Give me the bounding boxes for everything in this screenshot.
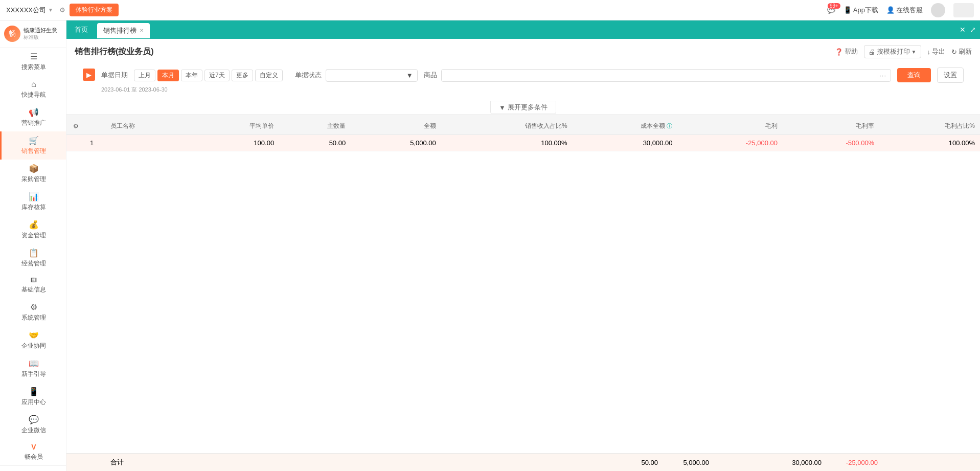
filter-toggle-icon[interactable]: ▶	[83, 69, 95, 81]
table-col-cost-amount: 成本全额 ⓘ	[573, 118, 678, 135]
goods-select-dots: ···	[879, 72, 886, 79]
expand-conditions-button[interactable]: ▼ 展开更多条件	[490, 101, 556, 114]
table-col-settings[interactable]: ⚙	[66, 118, 85, 135]
sidebar-logo: 畅 畅康通好生意 标准版	[0, 20, 66, 48]
export-button[interactable]: ↓ 导出	[927, 47, 946, 56]
tab-sales-ranking[interactable]: 销售排行榜 ✕	[97, 23, 150, 38]
help-button[interactable]: ❓ 帮助	[835, 47, 858, 56]
status-filter-group: 单据状态 ▼	[295, 69, 418, 82]
date-btn-7days[interactable]: 近7天	[204, 70, 230, 81]
sidebar-label-quicknav: 快捷导航	[21, 91, 46, 99]
top-gear-icon[interactable]: ⚙	[59, 6, 65, 14]
sidebar-item-marketing[interactable]: 📢 营销推广	[0, 103, 66, 131]
home-icon: ⌂	[31, 80, 36, 89]
user-avatar[interactable]	[931, 3, 945, 17]
sidebar-item-basic-info[interactable]: EI 基础信息	[0, 272, 66, 298]
sidebar-item-app-center[interactable]: 📱 应用中心	[0, 383, 66, 411]
table-row: 1 100.00 50.00 5,000.00 100.00% 30,000.0…	[66, 135, 980, 151]
filter-expand-row: ▼ 展开更多条件	[83, 101, 964, 114]
sidebar-item-inventory[interactable]: 📊 库存核算	[0, 188, 66, 216]
trial-button[interactable]: 体验行业方案	[70, 4, 119, 16]
footer-gross-profit: -25,000.00	[822, 459, 878, 466]
message-badge: 99+	[828, 3, 840, 9]
sidebar-item-search-order[interactable]: ☰ 搜索菜单	[0, 48, 66, 76]
date-filter-label: 单据日期	[101, 71, 128, 80]
vip-icon: V	[31, 443, 36, 451]
sidebar-item-vip[interactable]: V 畅会员	[0, 439, 66, 465]
print-button[interactable]: 🖨 按模板打印 ▼	[864, 45, 921, 58]
help-icon: ❓	[835, 48, 843, 56]
page-title-row: 销售排行榜(按业务员) ❓ 帮助 🖨 按模板打印 ▼ ↓	[75, 45, 972, 63]
status-select-value	[330, 72, 332, 79]
sidebar-item-guide[interactable]: 📖 新手引导	[0, 354, 66, 383]
sidebar-label-vip: 畅会员	[25, 453, 43, 461]
table-col-sales-pct: 销售收入占比%	[441, 118, 573, 135]
sidebar-label-wechat: 企业微信	[21, 426, 46, 435]
footer-amount: 5,000.00	[658, 459, 709, 466]
query-button[interactable]: 查询	[897, 68, 931, 82]
company-selector[interactable]: XXXXXX公司 ▼	[6, 6, 53, 15]
basic-info-icon: EI	[31, 276, 37, 284]
sidebar-label-purchase: 采购管理	[21, 175, 46, 184]
row-settings-cell	[66, 135, 85, 151]
row-sales-pct-cell: 100.00%	[441, 135, 573, 151]
logo-sub: 标准版	[24, 34, 57, 41]
online-service-link[interactable]: 👤 在线客服	[886, 6, 923, 15]
phone-icon: 📱	[844, 6, 852, 14]
goods-select[interactable]: ···	[441, 69, 891, 82]
row-gross-pct-cell: 100.00%	[879, 135, 980, 151]
refresh-button[interactable]: ↻ 刷新	[951, 47, 972, 56]
sidebar-item-purchase[interactable]: 📦 采购管理	[0, 160, 66, 188]
sidebar-item-operations[interactable]: 📋 经营管理	[0, 244, 66, 272]
tab-close-window-icon[interactable]: ✕	[960, 26, 966, 34]
logo-icon: 畅	[4, 26, 20, 42]
tab-maximize-icon[interactable]: ⤢	[970, 26, 976, 34]
footer-sales-pct	[709, 459, 765, 466]
date-btn-this-month[interactable]: 本月	[157, 70, 179, 81]
sidebar-item-quick-nav[interactable]: ⌂ 快捷导航	[0, 76, 66, 103]
sidebar-item-finance[interactable]: 💰 资金管理	[0, 216, 66, 244]
inventory-icon: 📊	[29, 192, 39, 201]
settings-button[interactable]: 设置	[937, 68, 964, 83]
export-label: 导出	[932, 47, 945, 56]
sidebar-label-system: 系统管理	[21, 313, 46, 322]
top-bar: XXXXXX公司 ▼ ⚙ 体验行业方案 💬 99+ 📱 App下载 👤 在线客服	[0, 0, 980, 20]
table-col-gross-profit: 毛利	[677, 118, 783, 135]
tab-close-icon[interactable]: ✕	[140, 23, 144, 38]
row-gross-rate-cell: -500.00%	[783, 135, 879, 151]
refresh-label: 刷新	[959, 47, 972, 56]
search-menu-icon: ☰	[30, 52, 37, 61]
goods-select-value	[446, 72, 448, 79]
print-label: 按模板打印	[877, 47, 910, 56]
row-avg-price-cell: 100.00	[192, 135, 279, 151]
guide-icon: 📖	[29, 358, 39, 368]
sidebar-item-sales[interactable]: 🛒 销售管理	[0, 131, 66, 160]
content-area: 首页 销售排行榜 ✕ ✕ ⤢ 销售排行榜(按业务员) ❓ 帮助	[66, 20, 980, 471]
tab-home[interactable]: 首页	[66, 20, 96, 39]
app-download-label: App下载	[853, 6, 878, 15]
date-btn-more[interactable]: 更多	[232, 70, 253, 81]
table-col-avg-price: 平均单价	[192, 118, 279, 135]
expand-label: 展开更多条件	[508, 103, 548, 112]
export-icon: ↓	[927, 48, 931, 56]
date-range-display: 2023-06-01 至 2023-06-30	[101, 86, 964, 94]
main-layout: 畅 畅康通好生意 标准版 ☰ 搜索菜单 ⌂ 快捷导航 📢 营销推广 🛒 销售管理…	[0, 20, 980, 471]
sidebar-item-system[interactable]: ⚙ 系统管理	[0, 298, 66, 326]
refresh-icon: ↻	[951, 48, 957, 56]
date-btn-last-month[interactable]: 上月	[134, 70, 155, 81]
message-icon[interactable]: 💬 99+	[827, 6, 835, 14]
sidebar-bottom: ⚙ ◀◀	[0, 465, 66, 471]
date-btn-this-year[interactable]: 本年	[181, 70, 202, 81]
sidebar-item-wechat[interactable]: 💬 企业微信	[0, 411, 66, 439]
company-name: XXXXXX公司	[6, 6, 46, 15]
system-icon: ⚙	[30, 302, 37, 312]
date-btn-custom[interactable]: 自定义	[255, 70, 283, 81]
enterprise-icon: 🤝	[29, 330, 39, 340]
status-select-chevron: ▼	[406, 72, 413, 79]
status-select[interactable]: ▼	[326, 69, 418, 82]
service-icon: 👤	[886, 6, 895, 14]
status-filter-label: 单据状态	[295, 71, 322, 80]
sidebar-item-enterprise[interactable]: 🤝 企业协同	[0, 326, 66, 354]
app-download-link[interactable]: 📱 App下载	[844, 6, 878, 15]
sidebar-label-marketing: 营销推广	[21, 119, 46, 127]
